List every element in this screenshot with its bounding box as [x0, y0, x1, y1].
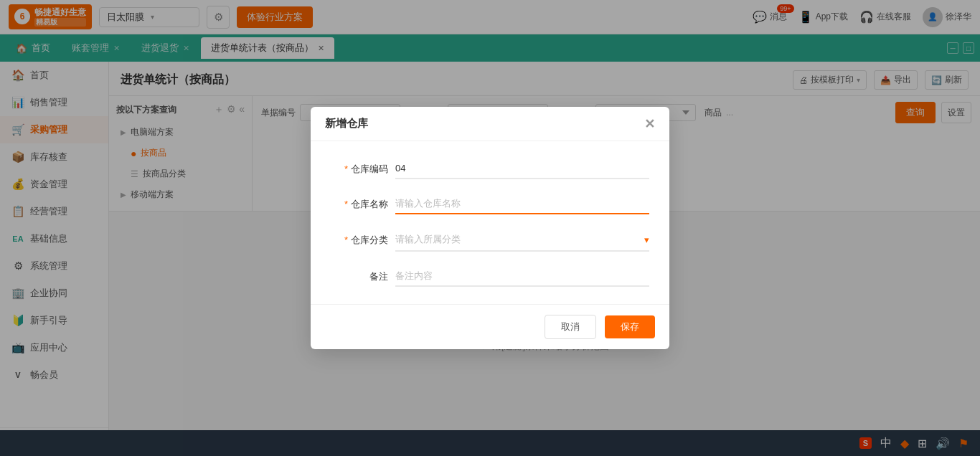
dialog-header: 新增仓库 ✕ [311, 107, 669, 141]
dialog-body: 仓库编码 仓库名称 仓库分类 请输入所属分类 ▾ 备注 [311, 141, 669, 304]
cancel-button[interactable]: 取消 [545, 315, 596, 339]
dialog-overlay: 新增仓库 ✕ 仓库编码 仓库名称 仓库分类 请输入所属分类 ▾ [0, 0, 980, 456]
category-select[interactable]: 请输入所属分类 ▾ [395, 229, 649, 252]
dialog-close-button[interactable]: ✕ [644, 118, 655, 130]
code-input[interactable] [395, 158, 649, 179]
category-label: 仓库分类 [331, 234, 388, 247]
notes-label: 备注 [331, 270, 388, 283]
category-arrow-icon: ▾ [644, 234, 649, 245]
form-row-name: 仓库名称 [331, 194, 649, 214]
name-label: 仓库名称 [331, 198, 388, 211]
dialog-title: 新增仓库 [325, 117, 368, 130]
new-warehouse-dialog: 新增仓库 ✕ 仓库编码 仓库名称 仓库分类 请输入所属分类 ▾ [311, 107, 669, 349]
form-row-notes: 备注 [331, 266, 649, 287]
notes-input[interactable] [395, 266, 649, 287]
category-placeholder: 请输入所属分类 [395, 233, 461, 246]
form-row-category: 仓库分类 请输入所属分类 ▾ [331, 229, 649, 252]
name-input[interactable] [395, 194, 649, 214]
save-button[interactable]: 保存 [605, 315, 655, 338]
form-row-code: 仓库编码 [331, 158, 649, 179]
code-label: 仓库编码 [331, 163, 388, 176]
dialog-footer: 取消 保存 [311, 304, 669, 349]
